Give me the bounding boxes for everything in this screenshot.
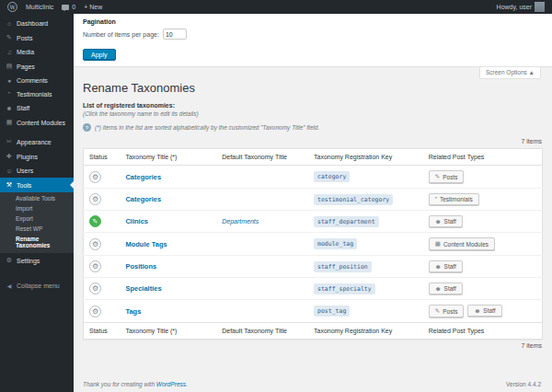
settings-icon: ⚙ xyxy=(6,257,13,264)
sidebar-item-settings[interactable]: ⚙Settings xyxy=(0,253,74,268)
gear-status-icon[interactable]: ⚙ xyxy=(89,282,101,294)
collapse-menu-button[interactable]: ◀ Collapse menu xyxy=(0,279,74,293)
tools-submenu: Available ToolsImportExportReset WPRenam… xyxy=(0,192,74,253)
apply-button[interactable]: Apply xyxy=(83,49,116,61)
edit-status-icon[interactable]: ✎ xyxy=(89,215,101,227)
submenu-item-import[interactable]: Import xyxy=(0,203,74,213)
footer-thanks-text: Thank you for creating with xyxy=(83,381,156,387)
sidebar-item-label: Content Modules xyxy=(17,120,65,126)
table-row: ⚙Tagspost_tag✎Posts☻Staff xyxy=(84,300,543,323)
status-cell: ⚙ xyxy=(84,300,121,323)
taxonomy-registration-key: staff_specialty xyxy=(314,283,375,294)
sidebar-item-media[interactable]: ♫Media xyxy=(0,45,74,59)
staff-icon: ☻ xyxy=(435,218,442,225)
post-type-button[interactable]: ”Testimonials xyxy=(429,193,479,205)
sidebar-item-posts[interactable]: ✎Posts xyxy=(0,30,74,45)
sidebar-item-appearance[interactable]: ✂Appearance xyxy=(0,134,74,149)
taxonomy-title-link[interactable]: Module Tags xyxy=(125,240,167,248)
title-cell: Positions xyxy=(120,256,216,278)
admin-bar: W Multiclinic 0 + New Howdy, user xyxy=(0,0,552,14)
main-content-area: Pagination Number of items per page: App… xyxy=(74,14,552,392)
column-header: Default Taxonomy Title xyxy=(216,323,308,340)
sidebar-item-label: Plugins xyxy=(17,154,38,160)
table-row: ⚙Specialtiesstaff_specialty☻Staff xyxy=(84,278,543,300)
sidebar-item-label: Users xyxy=(17,167,33,174)
taxonomies-table: StatusTaxonomy Title (*)Default Taxonomy… xyxy=(83,148,543,340)
page-icon: ▤ xyxy=(6,63,13,70)
submenu-item-export[interactable]: Export xyxy=(0,213,74,224)
taxonomy-registration-key: category xyxy=(314,171,350,182)
modules-icon: ▦ xyxy=(435,240,441,248)
sidebar-item-content-modules[interactable]: ▦Content Modules xyxy=(0,115,74,130)
submenu-item-rename-taxonomies[interactable]: Rename Taxonomies xyxy=(0,234,74,250)
sidebar-item-tools[interactable]: ⚒Tools xyxy=(0,178,74,192)
taxonomy-title-link[interactable]: Categories xyxy=(125,173,161,181)
pagination-section-title: Pagination xyxy=(83,18,543,29)
gear-status-icon[interactable]: ⚙ xyxy=(89,193,101,205)
taxonomy-title-link[interactable]: Tags xyxy=(125,307,141,316)
sidebar-item-dashboard[interactable]: ⌂Dashboard xyxy=(0,17,74,30)
status-cell: ⚙ xyxy=(84,278,121,300)
tools-icon: ⚒ xyxy=(6,181,13,189)
post-type-button[interactable]: ☻Staff xyxy=(429,282,463,294)
items-count-top: 7 items xyxy=(83,135,543,148)
post-type-button[interactable]: ☻Staff xyxy=(467,305,501,317)
key-cell: post_tag xyxy=(308,300,423,323)
items-count-bottom: 7 items xyxy=(83,340,543,352)
wp-logo-menu[interactable]: W xyxy=(7,2,17,12)
sidebar-item-testimonials[interactable]: ”Testimonials xyxy=(0,87,74,101)
gear-status-icon[interactable]: ⚙ xyxy=(89,306,101,317)
taxonomy-title-link[interactable]: Specialties xyxy=(125,284,161,293)
submenu-item-reset-wp[interactable]: Reset WP xyxy=(0,224,74,234)
sidebar-item-comments[interactable]: ●Comments xyxy=(0,74,74,87)
post-types-cell: ☻Staff xyxy=(423,211,543,233)
column-header: Taxonomy Registration Key xyxy=(308,323,423,340)
title-cell: Clinics xyxy=(120,211,216,233)
status-cell: ⚙ xyxy=(84,233,121,256)
howdy-user-menu[interactable]: Howdy, user xyxy=(497,2,545,12)
sorting-note: ? (*) Items in the list are sorted alpha… xyxy=(83,123,543,135)
taxonomy-table-head: StatusTaxonomy Title (*)Default Taxonomy… xyxy=(84,149,543,166)
post-type-button[interactable]: ✎Posts xyxy=(429,170,465,183)
post-type-label: Staff xyxy=(444,285,456,292)
sidebar-item-label: Appearance xyxy=(17,139,52,145)
post-type-button[interactable]: ☻Staff xyxy=(429,260,463,272)
wordpress-link[interactable]: WordPress. xyxy=(156,381,188,387)
gear-status-icon[interactable]: ⚙ xyxy=(89,260,101,272)
site-name-link[interactable]: Multiclinic xyxy=(26,4,53,10)
column-header: Taxonomy Title (*) xyxy=(120,323,216,340)
sidebar-item-label: Dashboard xyxy=(17,20,48,27)
sidebar-item-staff[interactable]: ☻Staff xyxy=(0,101,74,115)
post-types-cell: ☻Staff xyxy=(423,278,543,300)
taxonomy-title-link[interactable]: Positions xyxy=(125,262,156,271)
post-type-label: Staff xyxy=(444,218,456,225)
staff-icon: ☻ xyxy=(474,307,480,314)
pushpin-icon: ✎ xyxy=(435,307,440,315)
column-header: Status xyxy=(84,149,121,166)
post-type-button[interactable]: ▦Content Modules xyxy=(429,237,495,250)
gear-status-icon[interactable]: ⚙ xyxy=(89,238,101,250)
key-cell: category xyxy=(308,166,423,189)
default-title-cell: Departments xyxy=(216,211,308,233)
sidebar-item-users[interactable]: ☺Users xyxy=(0,164,74,178)
sidebar-item-pages[interactable]: ▤Pages xyxy=(0,59,74,74)
taxonomy-registration-key: module_tag xyxy=(314,238,357,249)
gear-status-icon[interactable]: ⚙ xyxy=(89,171,101,183)
new-content-menu[interactable]: + New xyxy=(84,4,102,10)
sidebar-item-plugins[interactable]: ✚Plugins xyxy=(0,149,74,164)
title-cell: Tags xyxy=(120,300,216,323)
submenu-item-available-tools[interactable]: Available Tools xyxy=(0,193,74,203)
items-per-page-input[interactable] xyxy=(163,29,187,40)
comments-admin-bar-item[interactable]: 0 xyxy=(62,4,75,10)
taxonomy-title-link[interactable]: Categories xyxy=(125,195,161,203)
screen-options-tab[interactable]: Screen Options ▲ xyxy=(479,67,541,79)
post-type-label: Testimonials xyxy=(440,196,473,202)
post-types-cell: ✎Posts☻Staff xyxy=(423,300,543,323)
post-type-button[interactable]: ☻Staff xyxy=(429,215,463,227)
taxonomy-title-link[interactable]: Clinics xyxy=(125,217,148,225)
wordpress-admin-screen: W Multiclinic 0 + New Howdy, user ⌂Dashb… xyxy=(0,0,552,392)
post-type-button[interactable]: ✎Posts xyxy=(429,305,465,317)
title-cell: Categories xyxy=(120,189,216,211)
post-icon: ✎ xyxy=(6,34,13,41)
default-title-cell xyxy=(216,166,308,189)
